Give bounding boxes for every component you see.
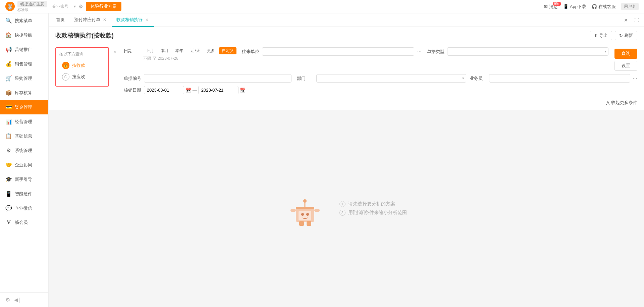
tabs-bar: 首页 预付冲应付单 ✕ 收款核销执行 ✕ ✕ ⛶ xyxy=(49,13,644,27)
writeoff-date-end-cal-icon[interactable]: 📅 xyxy=(240,88,246,93)
empty-tips: 1 请先选择要分析的方案 2 用[过滤]条件来缩小分析范围 xyxy=(339,201,407,216)
date-btn-7days[interactable]: 近7天 xyxy=(187,47,203,54)
sidebar-label-hardware: 智能硬件 xyxy=(15,191,32,197)
writeoff-date-end-input[interactable] xyxy=(198,86,238,94)
date-btn-custom[interactable]: 自定义 xyxy=(219,47,236,54)
docnumber-input[interactable] xyxy=(144,74,291,83)
counterparty-more-icon[interactable]: ··· xyxy=(417,49,421,55)
date-label: 日期 xyxy=(124,48,141,54)
date-btn-more[interactable]: 更多 xyxy=(204,47,218,54)
counterparty-input[interactable] xyxy=(262,47,414,56)
svg-rect-7 xyxy=(290,209,296,212)
writeoff-date-start-cal-icon[interactable]: 📅 xyxy=(185,88,191,93)
sidebar-item-marketing[interactable]: 📢 营销推广 xyxy=(0,42,48,57)
sidebar-item-finance[interactable]: 💳 资金管理 xyxy=(0,100,48,114)
app-version: 标准版 xyxy=(17,7,47,12)
svg-point-6 xyxy=(303,199,307,203)
sidebar-item-enterprise[interactable]: 🤝 企业协同 xyxy=(0,158,48,172)
writeoff-date-start-input[interactable] xyxy=(144,86,184,94)
date-btn-this-year[interactable]: 本年 xyxy=(173,47,186,54)
message-badge: 99+ xyxy=(553,2,561,6)
sidebar-item-member[interactable]: V 畅会员 xyxy=(0,215,48,229)
filter-sidebar-collapse-icon[interactable]: » xyxy=(112,48,118,55)
sidebar-item-sales[interactable]: 💰 销售管理 xyxy=(0,57,48,71)
sidebar-item-purchase[interactable]: 🛒 采购管理 xyxy=(0,71,48,86)
filter-option-by-receipt[interactable]: 💰 按收款 xyxy=(59,60,105,71)
sidebar-item-quick-nav[interactable]: 🏠 快捷导航 xyxy=(0,28,48,42)
settings-icon[interactable]: ⚙ xyxy=(78,3,83,10)
setting-button[interactable]: 设置 xyxy=(614,61,637,71)
sidebar-label-inventory: 库存核算 xyxy=(15,90,32,96)
window-maximize-icon[interactable]: ⛶ xyxy=(632,15,641,25)
top-bar: 🐰 畅捷通好生意 标准版 企业账号 ▾ ⚙ 体验行业方案 ✉ 消息 99+ 📱 … xyxy=(0,0,644,13)
sidebar-item-operations[interactable]: 📊 经营管理 xyxy=(0,114,48,129)
query-button[interactable]: 查询 xyxy=(614,49,637,59)
sidebar-item-wechat[interactable]: 💬 企业微信 xyxy=(0,201,48,215)
tab-receipt-writeoff[interactable]: 收款核销执行 ✕ xyxy=(112,13,154,27)
date-btn-this-month[interactable]: 本月 xyxy=(158,47,171,54)
doctype-select[interactable] xyxy=(447,47,608,56)
app-download-btn[interactable]: 📱 App下载 xyxy=(563,4,586,10)
filter-form: 日期 上月 本月 本年 近7天 更多 自定义 不限 xyxy=(124,47,637,106)
inventory-icon: 📦 xyxy=(5,90,12,96)
sidebar: 🔍 搜索菜单 🏠 快捷导航 📢 营销推广 💰 销售管理 🛒 采购管理 📦 库存核… xyxy=(0,13,49,307)
filter-sidebar: 按以下方查询 💰 按收款 ⏱ 按应收 xyxy=(55,47,109,87)
operations-icon: 📊 xyxy=(5,118,12,125)
doctype-field: 单据类型 ▾ xyxy=(427,47,606,56)
sidebar-label-search: 搜索菜单 xyxy=(15,18,32,24)
user-avatar[interactable]: 用户名 xyxy=(621,3,639,10)
date-no-limit: 不限 xyxy=(143,56,151,61)
empty-illustration xyxy=(286,188,326,228)
sales-icon: 💰 xyxy=(5,61,12,67)
sidebar-collapse-icon[interactable]: ◀‖ xyxy=(14,297,21,303)
sidebar-item-hardware[interactable]: 📱 智能硬件 xyxy=(0,187,48,201)
salesperson-field: 业务员 ··· xyxy=(470,74,637,83)
counterparty-label: 往来单位 xyxy=(242,49,259,55)
sidebar-settings-icon[interactable]: ⚙ xyxy=(5,297,10,303)
sidebar-label-enterprise: 企业协同 xyxy=(15,162,32,168)
page-title: 收款核销执行(按收款) xyxy=(55,32,114,40)
sidebar-bottom: ⚙ ◀‖ xyxy=(0,292,48,307)
sidebar-label-guide: 新手引导 xyxy=(15,176,32,183)
account-chevron-icon[interactable]: ▾ xyxy=(74,4,76,9)
tab-home[interactable]: 首页 xyxy=(51,13,69,27)
collapse-more-btn[interactable]: ⋀ 收起更多条件 xyxy=(124,98,637,106)
online-service-btn[interactable]: 🎧 在线客服 xyxy=(592,4,616,10)
svg-rect-9 xyxy=(299,221,304,226)
sidebar-item-basic-info[interactable]: 📋 基础信息 xyxy=(0,129,48,143)
app-logo: 🐰 xyxy=(5,2,15,11)
filter-option-by-receivable[interactable]: ⏱ 按应收 xyxy=(59,71,105,83)
tab-prepay[interactable]: 预付冲应付单 ✕ xyxy=(69,13,112,27)
message-btn[interactable]: ✉ 消息 99+ xyxy=(544,4,558,10)
tab-prepay-close[interactable]: ✕ xyxy=(102,17,107,22)
sidebar-item-inventory[interactable]: 📦 库存核算 xyxy=(0,86,48,100)
finance-icon: 💳 xyxy=(5,104,12,110)
window-close-icon[interactable]: ✕ xyxy=(621,15,631,25)
date-to-text: 至 2023-07-26 xyxy=(153,56,178,61)
export-button[interactable]: ⬆ 导出 xyxy=(590,31,612,40)
message-icon: ✉ xyxy=(544,4,548,9)
filter-layout: 按以下方查询 💰 按收款 ⏱ 按应收 » xyxy=(55,47,637,106)
tab-receipt-writeoff-close[interactable]: ✕ xyxy=(145,17,149,22)
industry-btn[interactable]: 体验行业方案 xyxy=(86,2,121,11)
docnumber-label: 单据编号 xyxy=(124,75,141,82)
filter-section: 按以下方查询 💰 按收款 ⏱ 按应收 » xyxy=(49,43,644,110)
purchase-icon: 🛒 xyxy=(5,75,12,82)
sidebar-item-guide[interactable]: 🎓 新手引导 xyxy=(0,172,48,187)
query-buttons: 查询 设置 xyxy=(614,47,637,71)
refresh-button[interactable]: ↻ 刷新 xyxy=(615,31,637,40)
department-select[interactable] xyxy=(316,74,467,83)
salesperson-label: 业务员 xyxy=(470,75,486,82)
salesperson-input[interactable] xyxy=(489,74,630,83)
date-btn-last-month[interactable]: 上月 xyxy=(143,47,157,54)
department-label: 部门 xyxy=(297,75,314,82)
sidebar-item-search-menu[interactable]: 🔍 搜索菜单 xyxy=(0,13,48,28)
top-bar-right: ✉ 消息 99+ 📱 App下载 🎧 在线客服 用户名 xyxy=(544,3,639,10)
sidebar-item-system[interactable]: ⚙ 系统管理 xyxy=(0,143,48,158)
member-icon: V xyxy=(5,219,12,225)
svg-rect-2 xyxy=(299,211,311,220)
filter-panel-title: 按以下方查询 xyxy=(59,51,105,57)
account-blurred: 企业账号 xyxy=(50,3,71,10)
sidebar-label-wechat: 企业微信 xyxy=(15,205,32,211)
salesperson-more-icon[interactable]: ··· xyxy=(633,75,637,82)
